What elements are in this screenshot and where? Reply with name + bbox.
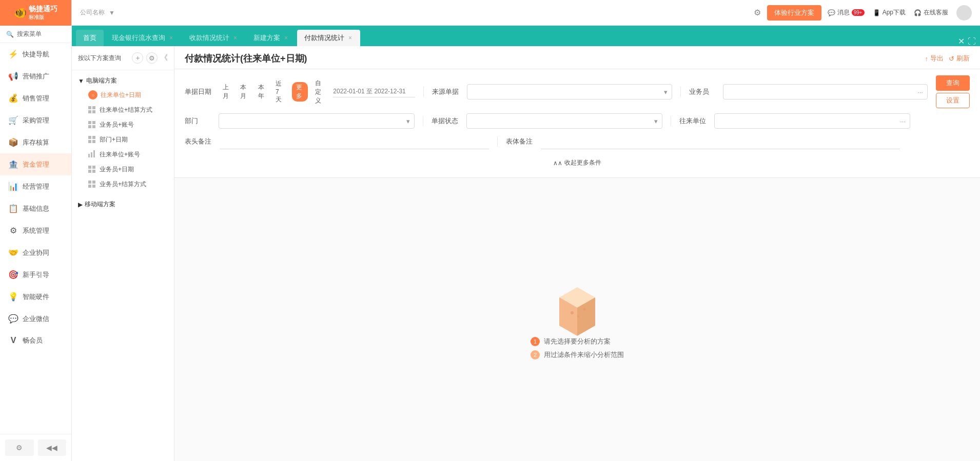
related-unit-label: 往来单位 [679,116,706,126]
app-download-btn[interactable]: 📱 App下载 [873,8,906,17]
collapse-panel-btn[interactable]: 《 [161,53,168,63]
expand-icon: ▼ [78,77,84,85]
scheme-dept-date[interactable]: 部门+日期 [78,132,168,147]
collapse-sidebar-btn[interactable]: ◀◀ [38,439,67,456]
scheme-unit-settlement[interactable]: 往来单位+结算方式 [78,103,168,117]
sidebar-item-quick-nav[interactable]: ⚡ 快捷导航 [0,43,71,65]
this-month-btn[interactable]: 本月 [237,82,250,102]
header-note-input[interactable] [220,134,489,149]
scheme-staff-account[interactable]: 业务员+账号 [78,117,168,132]
doc-status-label: 单据状态 [432,116,458,126]
header-note-label: 表头备注 [185,137,211,146]
settings-bottom-btn[interactable]: ⚙ [5,439,34,456]
source-select[interactable]: ▾ [467,84,672,99]
settings-icon[interactable]: ⚙ [754,8,761,17]
trial-button[interactable]: 体验行业方案 [767,5,821,21]
breadcrumb-dropdown[interactable]: ▼ [109,9,115,16]
sidebar-item-basic[interactable]: 📋 基础信息 [0,197,71,219]
avatar[interactable] [956,5,972,21]
query-button[interactable]: 查询 [936,75,970,91]
related-unit-select[interactable]: ··· [714,113,910,129]
left-panel-header: 按以下方案查询 ＋ ⚙ 《 [72,46,174,70]
scheme-unit-account[interactable]: 往来单位+账号 [78,147,168,162]
sidebar-item-capital[interactable]: 🏦 资金管理 [0,153,71,175]
empty-hint-2: 2 用过滤条件来缩小分析范围 [531,350,624,359]
tab-payment-stats[interactable]: 付款情况统计 × [297,30,360,46]
tab-close-bank-flow[interactable]: × [168,33,174,43]
notifications-btn[interactable]: 💬 消息 99+ [828,8,865,17]
logo: 🐠 畅捷通巧 标准版 [0,0,71,26]
scheme-icon-grid-5 [88,166,96,174]
dept-select[interactable]: ▾ [219,113,415,129]
svg-rect-18 [92,170,95,173]
filter-area: 单据日期 上月 本月 本年 近7天 更多 自定义 2022-01-01 至 20… [174,69,980,178]
topbar: 公司名称 ▼ ⚙ 体验行业方案 💬 消息 99+ 📱 App下载 🎧 在线客服 [72,0,980,26]
refresh-icon: ↺ [949,55,954,63]
scheme-unit-date[interactable]: ○ 往来单位+日期 [78,87,168,103]
main-area: 公司名称 ▼ ⚙ 体验行业方案 💬 消息 99+ 📱 App下载 🎧 在线客服 … [72,0,980,461]
sidebar-item-hardware[interactable]: 💡 智能硬件 [0,286,71,308]
tab-close-all-btn[interactable]: ✕ [958,36,965,46]
sidebar-item-vip[interactable]: V 畅会员 [0,330,71,351]
last-7days-btn[interactable]: 近7天 [272,78,288,105]
svg-rect-17 [88,170,91,173]
svg-rect-22 [92,185,95,188]
tab-close-receipt-stats[interactable]: × [232,33,238,43]
online-service-btn[interactable]: 🎧 在线客服 [914,8,948,17]
capital-icon: 🏦 [8,159,18,169]
svg-rect-21 [88,185,91,188]
sidebar-item-inventory[interactable]: 📦 库存核算 [0,131,71,153]
logo-edition: 标准版 [29,14,57,21]
svg-rect-2 [88,110,91,113]
date-label: 单据日期 [185,87,211,96]
sidebar-item-cooperation[interactable]: 🤝 企业协同 [0,242,71,264]
sidebar-item-sales[interactable]: 💰 销售管理 [0,87,71,109]
refresh-btn[interactable]: ↺ 刷新 [949,54,970,63]
notification-badge: 99+ [852,9,865,16]
sidebar-item-system[interactable]: ⚙ 系统管理 [0,219,71,242]
custom-date-btn[interactable]: 自定义 [312,78,329,106]
scheme-staff-date[interactable]: 业务员+日期 [78,162,168,177]
settings-button[interactable]: 设置 [936,93,970,108]
date-range-display[interactable]: 2022-01-01 至 2022-12-31 [333,86,415,97]
sidebar-item-purchase[interactable]: 🛒 采购管理 [0,109,71,131]
tab-maximize-btn[interactable]: ⛶ [968,37,976,46]
quick-nav-icon: ⚡ [8,49,18,59]
search-menu[interactable]: 🔍 搜索菜单 [0,26,71,43]
export-icon: ↑ [925,55,929,63]
search-icon: 🔍 [6,31,14,38]
body-note-input[interactable] [541,134,900,149]
hardware-icon: 💡 [8,292,18,302]
last-month-btn[interactable]: 上月 [220,82,233,102]
sidebar-item-operation[interactable]: 📊 经营管理 [0,175,71,197]
manage-scheme-btn[interactable]: ⚙ [146,52,158,64]
export-btn[interactable]: ↑ 导出 [925,54,944,63]
scheme-staff-settlement[interactable]: 业务员+结算方式 [78,177,168,192]
doc-status-select[interactable]: ▾ [466,113,662,129]
panel-header-text: 按以下方案查询 [78,54,129,63]
system-icon: ⚙ [8,226,18,235]
page-header: 付款情况统计(往来单位+日期) ↑ 导出 ↺ 刷新 [174,46,980,69]
tab-bank-flow[interactable]: 现金银行流水查询 × [105,30,181,46]
svg-rect-1 [92,106,95,109]
sidebar-item-marketing[interactable]: 📢 营销推广 [0,65,71,87]
sidebar-item-guide[interactable]: 🎯 新手引导 [0,264,71,286]
desktop-group-title[interactable]: ▼ 电脑端方案 [78,74,168,87]
staff-select[interactable]: ··· [723,84,928,99]
sidebar-item-weixin[interactable]: 💬 企业微信 [0,308,71,330]
divider-1 [423,87,424,97]
sidebar-nav: ⚡ 快捷导航 📢 营销推广 💰 销售管理 🛒 采购管理 📦 库存核算 🏦 资金管… [0,43,71,434]
tab-new-scheme[interactable]: 新建方案 × [246,30,296,46]
tab-home[interactable]: 首页 [76,30,104,46]
add-scheme-btn[interactable]: ＋ [132,52,143,64]
hint-num-2: 2 [531,350,540,359]
tab-close-payment-stats[interactable]: × [347,33,353,43]
this-year-btn[interactable]: 本年 [255,82,268,102]
tab-close-new-scheme[interactable]: × [283,33,289,43]
tab-receipt-stats[interactable]: 收款情况统计 × [182,30,245,46]
right-panel: 付款情况统计(往来单位+日期) ↑ 导出 ↺ 刷新 单据日期 [174,46,980,461]
more-dates-btn[interactable]: 更多 [292,82,307,102]
collapse-more-btn[interactable]: ∧∧ 收起更多条件 [185,154,970,171]
divider-5 [497,136,498,147]
mobile-group-title[interactable]: ▶ 移动端方案 [78,198,168,211]
